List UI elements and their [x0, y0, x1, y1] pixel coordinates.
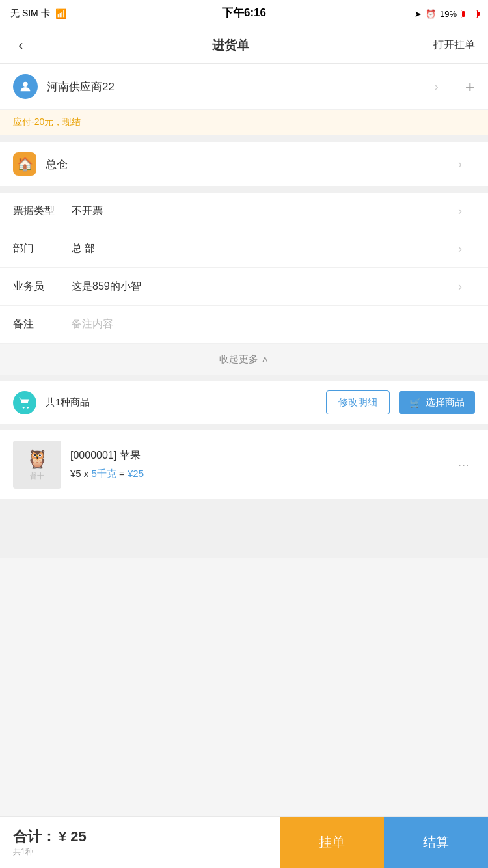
product-equals: = — [119, 468, 128, 479]
chevron-right-icon: › — [458, 242, 462, 256]
back-button[interactable]: ‹ — [13, 32, 28, 59]
location-icon: ➤ — [414, 9, 422, 19]
product-header-section: 共1种商品 修改明细 🛒 选择商品 — [0, 381, 488, 424]
department-label: 部门 — [13, 242, 65, 256]
product-thumbnail: 🦉 督十 — [13, 441, 61, 489]
warehouse-name: 总仓 — [46, 157, 458, 172]
product-item: 🦉 督十 [0000001] 苹果 ¥5 x 5千克 = ¥25 ··· — [0, 430, 488, 499]
remark-placeholder: 备注内容 — [65, 318, 475, 331]
product-menu-button[interactable]: ··· — [453, 455, 475, 474]
supplier-row[interactable]: 河南供应商22 › + — [0, 64, 488, 110]
person-icon — [18, 79, 33, 94]
edit-detail-button[interactable]: 修改明细 — [326, 390, 390, 414]
status-time: 下午6:16 — [222, 5, 266, 20]
settle-button[interactable]: 结算 — [384, 817, 488, 868]
status-bar: 无 SIM 卡 📶 下午6:16 ➤ ⏰ 19% — [0, 0, 488, 27]
chevron-right-icon: › — [458, 204, 462, 218]
invoice-row[interactable]: 票据类型 不开票 › — [0, 193, 488, 230]
page-title: 进货单 — [212, 37, 249, 54]
invoice-value: 不开票 — [65, 204, 458, 218]
supplier-name: 河南供应商22 — [47, 79, 435, 94]
product-price: ¥5 x 5千克 = ¥25 — [70, 468, 444, 480]
form-section: 票据类型 不开票 › 部门 总 部 › 业务员 这是859的小智 › 备注 备注… — [0, 193, 488, 375]
add-supplier-button[interactable]: + — [465, 77, 475, 97]
warehouse-section: 🏠 总仓 › — [0, 142, 488, 186]
product-info: [0000001] 苹果 ¥5 x 5千克 = ¥25 — [70, 449, 444, 480]
nav-bar: ‹ 进货单 打开挂单 — [0, 27, 488, 64]
footer-total-label: 合计： — [13, 827, 56, 847]
salesman-label: 业务员 — [13, 280, 65, 293]
salesman-row[interactable]: 业务员 这是859的小智 › — [0, 268, 488, 306]
status-right: ➤ ⏰ 19% — [414, 9, 478, 19]
cart-icon — [18, 396, 32, 410]
select-product-button[interactable]: 🛒 选择商品 — [399, 391, 475, 414]
product-multiply: x — [84, 468, 92, 479]
product-unit-price: ¥5 — [70, 468, 81, 479]
chevron-right-icon: › — [458, 157, 462, 171]
select-product-label: 选择商品 — [426, 396, 465, 409]
department-value: 总 部 — [65, 242, 458, 256]
main-content: 河南供应商22 › + 应付-20元，现结 🏠 总仓 › 票据类型 不开票 › … — [0, 64, 488, 558]
remark-label: 备注 — [13, 318, 65, 331]
supplier-avatar — [13, 74, 38, 99]
product-code: [0000001] — [70, 450, 116, 461]
payment-notice: 应付-20元，现结 — [0, 110, 488, 135]
select-product-icon: 🛒 — [409, 397, 422, 409]
alarm-icon: ⏰ — [426, 9, 436, 19]
footer-total-row: 合计： ¥ 25 — [13, 827, 267, 847]
invoice-label: 票据类型 — [13, 204, 65, 218]
collapse-toggle[interactable]: 收起更多 ∧ — [0, 344, 488, 375]
footer-sub-count: 共1种 — [13, 847, 267, 858]
warehouse-row[interactable]: 🏠 总仓 › — [0, 142, 488, 186]
department-row[interactable]: 部门 总 部 › — [0, 230, 488, 268]
battery-percent: 19% — [440, 9, 457, 19]
product-count-text: 共1种商品 — [46, 396, 317, 409]
remark-row[interactable]: 备注 备注内容 — [0, 306, 488, 344]
wifi-icon: 📶 — [55, 8, 66, 19]
footer: 合计： ¥ 25 共1种 挂单 结算 — [0, 816, 488, 868]
vertical-divider — [452, 79, 452, 94]
product-header-row: 共1种商品 修改明细 🛒 选择商品 — [0, 381, 488, 424]
product-thumb-logo: 🦉 督十 — [26, 448, 49, 481]
footer-total-amount-value: ¥ 25 — [59, 828, 87, 845]
product-quantity: 5千克 — [92, 468, 116, 479]
product-title: 苹果 — [120, 450, 141, 461]
svg-point-0 — [23, 82, 27, 87]
open-hold-button[interactable]: 打开挂单 — [433, 38, 475, 52]
chevron-right-icon: › — [458, 280, 462, 293]
carrier-text: 无 SIM 卡 — [10, 8, 50, 20]
bottom-spacer — [0, 499, 488, 558]
chevron-right-icon: › — [435, 80, 439, 94]
status-left: 无 SIM 卡 📶 — [10, 8, 66, 20]
footer-total: 合计： ¥ 25 共1种 — [0, 817, 280, 868]
warehouse-icon: 🏠 — [13, 152, 36, 176]
svg-point-1 — [23, 406, 25, 408]
salesman-value: 这是859的小智 — [65, 280, 458, 293]
hold-button[interactable]: 挂单 — [280, 817, 384, 868]
product-total: ¥25 — [128, 468, 144, 479]
product-count-icon — [13, 391, 36, 414]
supplier-section: 河南供应商22 › + 应付-20元，现结 — [0, 64, 488, 135]
product-name: [0000001] 苹果 — [70, 449, 444, 463]
svg-point-2 — [27, 406, 29, 408]
battery-icon — [461, 10, 478, 18]
